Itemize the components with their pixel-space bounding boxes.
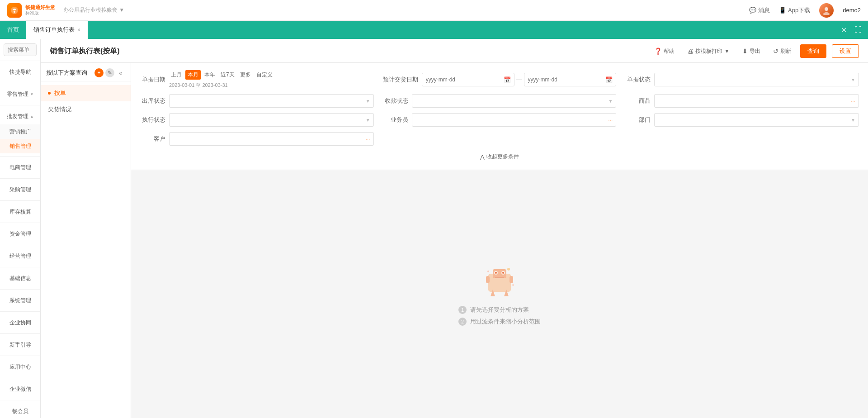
export-btn[interactable]: ⬇ 导出 <box>739 46 764 57</box>
forecast-start-input[interactable] <box>422 73 514 86</box>
message-btn[interactable]: 💬 消息 <box>749 6 770 14</box>
user-avatar <box>819 3 834 18</box>
breadcrumb[interactable]: 办公用品行业模拟账套 ▼ <box>63 6 124 14</box>
svg-point-15 <box>512 284 514 286</box>
warehouse-status-wrap: ▼ <box>169 94 374 108</box>
nav-group-shortcuts: 快捷导航 <box>0 61 40 83</box>
sidebar-item-shortcuts[interactable]: 快捷导航 <box>0 64 40 80</box>
scheme-edit-btn[interactable]: ✎ <box>105 68 114 77</box>
goods-input[interactable] <box>654 94 859 108</box>
svg-rect-12 <box>509 276 513 283</box>
nav-group-finance: 资金管理 <box>0 223 40 245</box>
shortcut-last-month[interactable]: 上月 <box>169 70 184 80</box>
scheme-add-btn[interactable]: + <box>94 68 104 77</box>
tip2-text: 用过滤条件来缩小分析范围 <box>470 318 541 326</box>
exec-status-select[interactable] <box>169 113 374 127</box>
shortcut-7days[interactable]: 近7天 <box>219 70 236 80</box>
receipt-status-select[interactable] <box>412 94 617 108</box>
shortcut-custom[interactable]: 自定义 <box>255 70 274 80</box>
svg-point-9 <box>502 272 504 274</box>
scheme-collapse-btn[interactable]: « <box>116 68 125 77</box>
forecast-end-input[interactable] <box>524 73 617 86</box>
sidebar-item-retail[interactable]: 零售管理 <box>0 86 40 102</box>
user-name[interactable]: demo2 <box>843 7 861 14</box>
app-download-btn[interactable]: 📱 App下载 <box>779 6 810 14</box>
collapse-filter-btn[interactable]: ⋀ 收起更多条件 <box>475 151 524 162</box>
nav-group-newuser: 新手引导 <box>0 334 40 356</box>
main-layout: 快捷导航 零售管理 批发管理 营销推广 销售管理 电商管理 采购管理 库存核算 … <box>0 39 868 418</box>
customer-more-icon[interactable]: ··· <box>366 136 370 142</box>
logo-area: 畅捷通好生意 标准版 <box>7 3 55 18</box>
nav-group-appstore: 应用中心 <box>0 356 40 378</box>
left-panel-title: 按以下方案查询 <box>46 69 87 77</box>
salesperson-more-icon[interactable]: ··· <box>608 117 613 123</box>
salesperson-group: 业务员 ··· <box>383 113 617 127</box>
page-title-row: 销售订单执行表(按单) ❓ 帮助 🖨 按模板打印 ▼ ⬇ 导出 <box>50 44 859 58</box>
tip2-num: 2 <box>458 318 467 326</box>
receipt-status-label: 收款状态 <box>383 97 408 105</box>
page-title: 销售订单执行表(按单) <box>50 47 120 56</box>
sidebar-item-enterprise[interactable]: 企业协同 <box>0 314 40 331</box>
dept-select[interactable] <box>654 113 859 127</box>
sidebar-sub-marketing[interactable]: 营销推广 <box>0 124 40 139</box>
sidebar-item-basic[interactable]: 基础信息 <box>0 270 40 286</box>
home-tab-label: 首页 <box>7 26 19 34</box>
shortcut-this-month[interactable]: 本月 <box>185 70 201 80</box>
sidebar-item-appstore[interactable]: 应用中心 <box>0 359 40 375</box>
salesperson-wrap: ··· <box>412 113 617 127</box>
warehouse-status-group: 出库状态 ▼ <box>140 94 374 108</box>
tab-maximize-btn[interactable]: ⛶ <box>853 24 863 35</box>
scheme-dot <box>48 92 51 95</box>
message-icon: 💬 <box>749 7 756 14</box>
doc-status-wrap: ▼ <box>654 73 859 86</box>
sidebar-item-member[interactable]: 畅会员 <box>0 403 40 418</box>
breadcrumb-text: 办公用品行业模拟账套 <box>63 7 118 13</box>
query-btn[interactable]: 查询 <box>800 44 826 58</box>
warehouse-status-select[interactable] <box>169 94 374 108</box>
customer-input[interactable] <box>169 132 374 146</box>
settings-btn[interactable]: 设置 <box>832 44 859 58</box>
header-right: 💬 消息 📱 App下载 demo2 <box>749 3 861 18</box>
page-header: 销售订单执行表(按单) ❓ 帮助 🖨 按模板打印 ▼ ⬇ 导出 <box>41 39 868 63</box>
sidebar-item-ecommerce[interactable]: 电商管理 <box>0 159 40 176</box>
refresh-btn[interactable]: ↺ 刷新 <box>769 46 795 57</box>
sidebar-item-newuser[interactable]: 新手引导 <box>0 337 40 353</box>
sidebar-item-finance[interactable]: 资金管理 <box>0 226 40 242</box>
shortcut-this-year[interactable]: 本年 <box>203 70 217 80</box>
doc-status-select[interactable] <box>654 73 859 86</box>
svg-point-1 <box>14 11 15 13</box>
sidebar-item-wechat[interactable]: 企业微信 <box>0 381 40 397</box>
nav-group-wholesale: 批发管理 营销推广 销售管理 <box>0 105 40 157</box>
tab-sales-order[interactable]: 销售订单执行表 × <box>26 21 88 39</box>
help-btn[interactable]: ❓ 帮助 <box>651 46 678 57</box>
nav-group-wechat: 企业微信 <box>0 378 40 400</box>
tab-home[interactable]: 首页 <box>0 21 26 39</box>
goods-group: 商品 ··· <box>625 94 859 108</box>
sidebar-item-system[interactable]: 系统管理 <box>0 292 40 309</box>
scheme-item-0[interactable]: 按单 <box>41 85 131 101</box>
tab-minimize-btn[interactable]: ✕ <box>838 24 849 35</box>
tab-close-btn[interactable]: × <box>77 27 80 33</box>
content-area: 销售订单执行表(按单) ❓ 帮助 🖨 按模板打印 ▼ ⬇ 导出 <box>41 39 868 418</box>
salesperson-input[interactable] <box>412 113 617 127</box>
receipt-status-wrap: ▼ <box>412 94 617 108</box>
template-print-btn[interactable]: 🖨 按模板打印 ▼ <box>684 46 733 57</box>
page-actions: ❓ 帮助 🖨 按模板打印 ▼ ⬇ 导出 ↺ 刷新 <box>651 44 859 58</box>
sidebar-item-operations[interactable]: 经营管理 <box>0 248 40 264</box>
sidebar-sub-sales[interactable]: 销售管理 <box>0 139 40 153</box>
sidebar-item-inventory[interactable]: 库存核算 <box>0 204 40 220</box>
tab-bar-actions: ✕ ⛶ <box>838 24 868 35</box>
left-panel-actions: + ✎ « <box>94 68 125 77</box>
shortcut-more[interactable]: 更多 <box>238 70 253 80</box>
empty-state: 1 请先选择要分析的方案 2 用过滤条件来缩小分析范围 <box>458 262 541 326</box>
sidebar-item-purchase[interactable]: 采购管理 <box>0 181 40 198</box>
print-arrow-icon: ▼ <box>724 48 730 54</box>
app-logo-icon <box>7 3 22 18</box>
sidebar-item-wholesale[interactable]: 批发管理 <box>0 108 40 124</box>
goods-label: 商品 <box>625 97 651 105</box>
goods-more-icon[interactable]: ··· <box>851 98 855 104</box>
scheme-item-1[interactable]: 欠货情况 <box>41 101 131 118</box>
sidebar-search-input[interactable] <box>4 43 37 56</box>
forecast-date-label: 预计交货日期 <box>383 76 418 84</box>
inner-layout: 按以下方案查询 + ✎ « 按单 欠货情况 <box>41 63 868 418</box>
